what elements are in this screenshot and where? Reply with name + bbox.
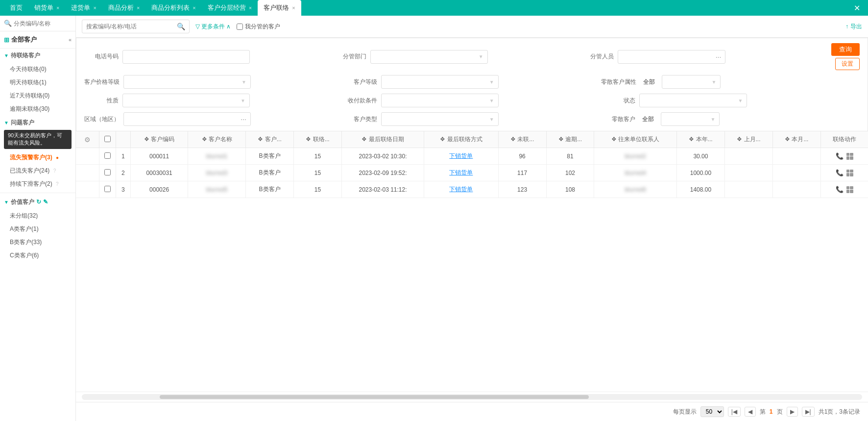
- close-icon[interactable]: ×: [292, 5, 295, 11]
- td-last-month: [724, 165, 772, 181]
- filter-zero-customer-select[interactable]: ▼: [661, 112, 720, 126]
- search-bar: 🔍 ▽ 更多条件 ∧ 我分管的客户 ↑ 导出: [76, 16, 868, 38]
- search-button-icon[interactable]: 🔍: [177, 23, 185, 30]
- sidebar-item-c-class[interactable]: C类客户(6): [0, 249, 75, 262]
- prev-page-button[interactable]: ◀: [745, 407, 756, 417]
- sidebar-section-problem[interactable]: ▼ 问题客户: [0, 116, 75, 130]
- action-more-icon[interactable]: [846, 153, 853, 160]
- sidebar-item-declining[interactable]: 持续下滑客户(2) ?: [0, 177, 75, 191]
- filter-person-select[interactable]: ···: [618, 50, 725, 64]
- select-all-checkbox[interactable]: [104, 136, 111, 142]
- td-last-contact-date: 2023-03-02 10:30:: [341, 148, 424, 165]
- tab-analysis-list[interactable]: 商品分析列表 ×: [145, 0, 201, 16]
- all-customers-header[interactable]: ⊞ 全部客户 «: [0, 31, 75, 49]
- filter-customer-grade-select[interactable]: ▼: [381, 75, 499, 89]
- my-customers-checkbox[interactable]: [237, 24, 243, 30]
- td-this-month: [772, 181, 820, 198]
- settings-button[interactable]: 设置: [835, 58, 860, 70]
- sidebar-item-churned[interactable]: 已流失客户(24) ?: [0, 164, 75, 177]
- action-more-icon[interactable]: [846, 170, 853, 176]
- filter-gender-label: 性质: [84, 97, 119, 105]
- more-icon[interactable]: ···: [241, 115, 246, 123]
- filter-phone-input[interactable]: [122, 50, 250, 64]
- tab-customer-layer[interactable]: 客户分层经营 ×: [202, 0, 258, 16]
- tab-bar: 首页 销货单 × 进货单 × 商品分析 × 商品分析列表 × 客户分层经营 × …: [0, 0, 868, 16]
- collapse-icon[interactable]: «: [69, 37, 72, 43]
- filter-person-label: 分管人员: [579, 52, 614, 61]
- search-input[interactable]: [86, 23, 177, 30]
- close-icon[interactable]: ×: [249, 5, 252, 11]
- td-contact: 15: [294, 148, 342, 165]
- filter-price-grade-label: 客户价格等级: [84, 78, 120, 86]
- action-phone-icon[interactable]: 📞: [836, 169, 844, 176]
- next-page-button[interactable]: ▶: [787, 407, 798, 417]
- sidebar-item-7days[interactable]: 近7天待联络(0): [0, 89, 75, 102]
- page-number: 1: [770, 408, 773, 415]
- action-phone-icon[interactable]: 📞: [836, 186, 844, 193]
- chevron-up-icon: ∧: [226, 23, 231, 30]
- close-icon[interactable]: ×: [56, 5, 59, 11]
- th-last-contact-method: ❖ 最后联络方式: [424, 131, 499, 148]
- export-button[interactable]: ↑ 导出: [845, 23, 862, 31]
- tab-customer-contact[interactable]: 客户联络 ×: [258, 0, 301, 16]
- settings-icon[interactable]: ⚙: [84, 136, 91, 144]
- action-more-icon[interactable]: [846, 186, 853, 193]
- last-page-button[interactable]: ▶|: [802, 407, 815, 417]
- filter-status-select[interactable]: ▼: [639, 94, 747, 107]
- sidebar-item-overdue[interactable]: 逾期未联络(30): [0, 102, 75, 116]
- td-overdue: 108: [546, 181, 594, 198]
- td-code: 00030031: [130, 165, 188, 181]
- more-conditions-button[interactable]: ▽ 更多条件 ∧: [195, 23, 231, 31]
- td-type: B类客户: [246, 181, 294, 198]
- filter-region-select[interactable]: ···: [123, 112, 251, 126]
- first-page-button[interactable]: |◀: [728, 407, 741, 417]
- sidebar-item-churn-warning[interactable]: 流失预警客户(3) ●: [0, 151, 75, 164]
- sidebar-section-value[interactable]: ▼ 价值客户 ↻ ✎: [0, 195, 75, 209]
- filter-payment-select[interactable]: ▼: [381, 94, 499, 107]
- refresh-icon[interactable]: ↻: [36, 198, 41, 205]
- sidebar-section-pending[interactable]: ▼ 待联络客户: [0, 49, 75, 63]
- close-icon[interactable]: ×: [93, 5, 96, 11]
- per-page-select[interactable]: 50: [700, 406, 724, 417]
- filter-zero-attr-select[interactable]: ▼: [662, 75, 721, 89]
- more-icon[interactable]: ···: [716, 53, 722, 61]
- close-icon[interactable]: ×: [137, 5, 140, 11]
- row-checkbox[interactable]: [104, 186, 111, 192]
- sidebar-item-today[interactable]: 今天待联络(0): [0, 63, 75, 76]
- tab-analysis[interactable]: 商品分析 ×: [102, 0, 145, 16]
- row-checkbox[interactable]: [104, 152, 111, 159]
- filter-dept: 分管部门 ▼: [332, 50, 580, 64]
- filter-dept-select[interactable]: ▼: [370, 50, 488, 64]
- td-name: blurred5: [188, 181, 246, 198]
- filter-gender: 性质 ▼: [84, 94, 343, 107]
- tab-home[interactable]: 首页: [4, 0, 28, 16]
- row-checkbox[interactable]: [104, 169, 111, 175]
- td-last-month: [724, 148, 772, 165]
- edit-icon[interactable]: ✎: [43, 198, 48, 205]
- pagination-bar: 每页显示 50 |◀ ◀ 第 1 页 ▶ ▶| 共1页，3条记录: [76, 402, 868, 421]
- horizontal-scrollbar[interactable]: [76, 392, 868, 402]
- filter-panel: 电话号码 分管部门 ▼ 分管人员 ···: [76, 38, 868, 131]
- th-settings[interactable]: ⚙: [76, 131, 99, 148]
- td-actions: 📞: [820, 181, 868, 198]
- tab-purchase[interactable]: 进货单 ×: [65, 0, 102, 16]
- grid-icon: ⊞: [4, 36, 9, 44]
- scrollbar-thumb[interactable]: [160, 395, 589, 399]
- tab-sales[interactable]: 销货单 ×: [28, 0, 65, 16]
- sidebar-item-b-class[interactable]: B类客户(33): [0, 236, 75, 249]
- window-close-button[interactable]: ✕: [850, 3, 864, 13]
- filter-customer-type-select[interactable]: ▼: [381, 112, 499, 126]
- sidebar-item-a-class[interactable]: A类客户(1): [0, 223, 75, 236]
- filter-zero-attr-label: 零散客户属性: [601, 78, 636, 86]
- page-label: 第: [760, 408, 766, 416]
- sidebar-search-input[interactable]: [14, 20, 72, 27]
- sidebar-item-ungrouped[interactable]: 未分组(32): [0, 209, 75, 223]
- chevron-down-icon: ▼: [489, 117, 494, 122]
- query-button[interactable]: 查询: [831, 43, 860, 56]
- sidebar-item-tomorrow[interactable]: 明天待联络(1): [0, 76, 75, 89]
- action-phone-icon[interactable]: 📞: [836, 152, 844, 160]
- filter-gender-select[interactable]: ▼: [122, 94, 250, 107]
- close-icon[interactable]: ×: [193, 5, 195, 11]
- filter-price-grade-select[interactable]: ▼: [123, 75, 251, 89]
- filter-person: 分管人员 ···: [579, 50, 827, 64]
